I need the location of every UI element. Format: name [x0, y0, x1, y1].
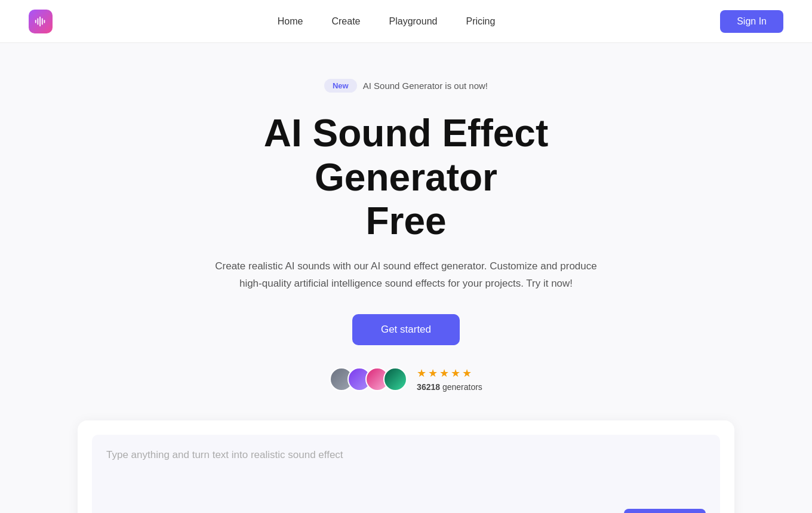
- main-nav: Home Create Playground Pricing: [278, 16, 496, 27]
- logo[interactable]: [29, 10, 53, 33]
- svg-rect-4: [44, 20, 45, 23]
- social-proof: ★ ★ ★ ★ ★ 36218 generators: [330, 367, 482, 392]
- hero-title: AI Sound Effect Generator Free: [167, 112, 645, 244]
- user-avatars: [330, 367, 407, 391]
- nav-pricing[interactable]: Pricing: [466, 16, 495, 27]
- hero-subtitle: Create realistic AI sounds with our AI s…: [203, 258, 609, 293]
- generator-card: Type anything and turn text into realist…: [78, 420, 734, 513]
- generator-count: 36218 generators: [417, 382, 482, 392]
- text-input-area[interactable]: Type anything and turn text into realist…: [92, 435, 720, 513]
- star-3: ★: [439, 367, 449, 380]
- svg-rect-0: [35, 20, 36, 23]
- svg-rect-3: [42, 18, 43, 24]
- nav-home[interactable]: Home: [278, 16, 303, 27]
- avatar: [383, 367, 407, 391]
- star-4: ★: [451, 367, 460, 380]
- nav-create[interactable]: Create: [331, 16, 360, 27]
- nav-playground[interactable]: Playground: [389, 16, 438, 27]
- logo-icon: [29, 10, 53, 33]
- get-started-button[interactable]: Get started: [352, 314, 460, 345]
- svg-rect-2: [39, 16, 41, 26]
- badge-text: AI Sound Generator is out now!: [363, 81, 488, 91]
- ratings: ★ ★ ★ ★ ★ 36218 generators: [417, 367, 482, 392]
- waveform-icon: [34, 15, 47, 28]
- generate-button[interactable]: GENERATE: [624, 509, 706, 513]
- star-2: ★: [428, 367, 438, 380]
- svg-rect-1: [38, 18, 39, 24]
- text-input-placeholder: Type anything and turn text into realist…: [106, 449, 706, 461]
- star-rating: ★ ★ ★ ★ ★: [417, 367, 482, 380]
- star-1: ★: [417, 367, 426, 380]
- announcement-badge: New AI Sound Generator is out now!: [324, 79, 488, 93]
- star-5: ★: [462, 367, 472, 380]
- new-badge: New: [324, 79, 357, 93]
- sign-in-button[interactable]: Sign In: [720, 10, 783, 33]
